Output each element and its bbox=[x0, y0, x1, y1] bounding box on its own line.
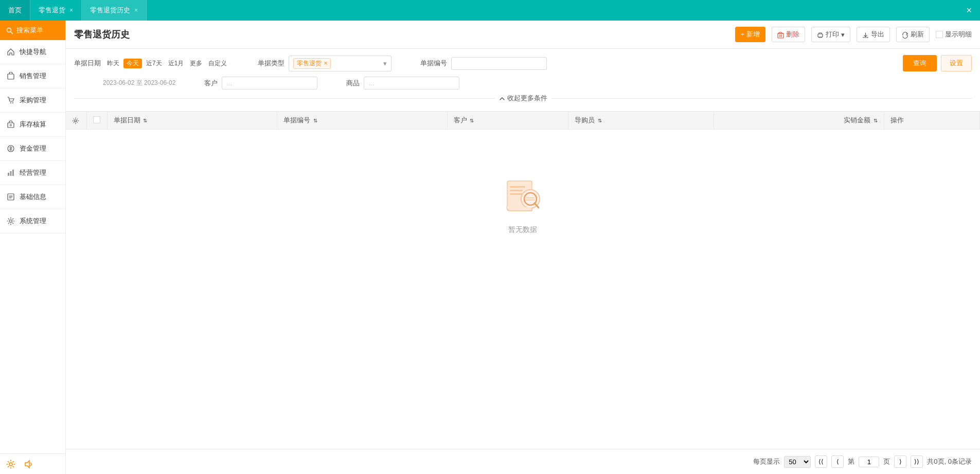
sidebar-search-label: 搜索菜单 bbox=[16, 26, 43, 35]
date-sort-icon[interactable]: ⇅ bbox=[143, 118, 147, 123]
page-input[interactable] bbox=[859, 457, 879, 467]
export-button-label: 导出 bbox=[871, 30, 884, 39]
pagination: 每页显示 50 100 200 ⟨⟨ ⟨ 第 页 ⟩ ⟩⟩ 共0页, 0条记录 bbox=[66, 449, 980, 474]
per-page-label: 每页显示 bbox=[753, 457, 780, 466]
sidebar-item-system[interactable]: 系统管理 bbox=[0, 209, 65, 233]
inventory-icon bbox=[6, 120, 15, 129]
print-icon bbox=[817, 30, 824, 38]
col-number-header[interactable]: 单据编号 ⇅ bbox=[277, 112, 448, 130]
refresh-button-label: 刷新 bbox=[911, 30, 924, 39]
svg-rect-9 bbox=[10, 171, 12, 176]
settings-button[interactable]: 设置 bbox=[941, 55, 972, 71]
sidebar-item-inventory[interactable]: 库存核算 bbox=[0, 113, 65, 137]
tab-home[interactable]: 首页 bbox=[0, 0, 30, 21]
show-detail-label: 显示明细 bbox=[945, 30, 972, 39]
sidebar-item-operation[interactable]: 经营管理 bbox=[0, 161, 65, 185]
separator-right bbox=[551, 98, 972, 99]
guide-sort-icon[interactable]: ⇅ bbox=[598, 118, 602, 123]
svg-marker-14 bbox=[25, 461, 29, 468]
col-guide-header[interactable]: 导购员 ⇅ bbox=[568, 112, 714, 130]
filter-row-1: 单据日期 昨天 今天 近7天 近1月 更多 自定义 单据类型 bbox=[74, 55, 972, 71]
sidebar-system-label: 系统管理 bbox=[20, 216, 46, 226]
tab-retail-return-history[interactable]: 零售退货历史 × bbox=[82, 0, 147, 21]
date-opt-1month[interactable]: 近1月 bbox=[166, 59, 186, 68]
table-settings-icon[interactable] bbox=[72, 116, 79, 124]
col-customer-header[interactable]: 客户 ⇅ bbox=[447, 112, 568, 130]
table-checkbox-header[interactable] bbox=[86, 112, 107, 130]
number-sort-icon[interactable]: ⇅ bbox=[313, 118, 317, 123]
tab-retail-return[interactable]: 零售退货 × bbox=[30, 0, 82, 21]
sidebar: 搜索菜单 快捷导航 销售管理 bbox=[0, 21, 66, 474]
settings-icon[interactable] bbox=[6, 459, 15, 469]
collapse-up-icon bbox=[499, 95, 505, 102]
amount-sort-icon[interactable]: ⇅ bbox=[874, 118, 878, 123]
basic-icon bbox=[6, 192, 15, 202]
header-actions: + 新增 删除 bbox=[735, 27, 972, 42]
sales-icon bbox=[6, 71, 15, 81]
main-layout: 搜索菜单 快捷导航 销售管理 bbox=[0, 21, 980, 474]
delete-icon bbox=[777, 30, 784, 38]
sidebar-item-finance[interactable]: 资金管理 bbox=[0, 137, 65, 161]
print-button-label: 打印 bbox=[826, 30, 839, 39]
first-page-button[interactable]: ⟨⟨ bbox=[815, 455, 827, 468]
tab-retail-return-close[interactable]: × bbox=[69, 7, 73, 14]
type-selector[interactable]: 零售退货 × ▾ bbox=[289, 56, 391, 71]
customer-filter-label: 客户 bbox=[204, 79, 218, 88]
empty-illustration bbox=[500, 171, 546, 217]
show-detail-checkbox[interactable] bbox=[936, 31, 943, 38]
date-opt-custom[interactable]: 自定义 bbox=[206, 59, 229, 68]
finance-icon bbox=[6, 144, 15, 153]
add-button[interactable]: + 新增 bbox=[735, 27, 765, 42]
data-table: 单据日期 ⇅ 单据编号 ⇅ 客户 ⇅ 导购员 ⇅ bbox=[66, 112, 980, 276]
col-customer-label: 客户 bbox=[454, 116, 467, 124]
collapse-row: 收起更多条件 bbox=[74, 92, 972, 105]
goods-input[interactable] bbox=[364, 77, 459, 89]
sidebar-item-quick-nav[interactable]: 快捷导航 bbox=[0, 40, 65, 64]
type-tag-close[interactable]: × bbox=[324, 60, 327, 67]
delete-button[interactable]: 删除 bbox=[772, 27, 805, 42]
sidebar-finance-label: 资金管理 bbox=[20, 144, 46, 153]
delete-button-label: 删除 bbox=[786, 30, 799, 39]
sidebar-bottom bbox=[0, 453, 65, 474]
prev-page-button[interactable]: ⟨ bbox=[831, 455, 844, 468]
system-icon bbox=[6, 216, 15, 226]
sidebar-item-sales[interactable]: 销售管理 bbox=[0, 64, 65, 88]
date-opt-more[interactable]: 更多 bbox=[188, 59, 204, 68]
last-page-button[interactable]: ⟩⟩ bbox=[911, 455, 923, 468]
tab-retail-return-history-close[interactable]: × bbox=[134, 7, 138, 14]
query-button[interactable]: 查询 bbox=[903, 55, 937, 71]
col-amount-header[interactable]: 实销金额 ⇅ bbox=[714, 112, 884, 130]
select-all-checkbox[interactable] bbox=[93, 116, 100, 123]
sidebar-search[interactable]: 搜索菜单 bbox=[0, 21, 65, 40]
type-tag: 零售退货 × bbox=[293, 58, 331, 69]
svg-rect-8 bbox=[8, 173, 9, 176]
customer-input[interactable] bbox=[222, 77, 317, 89]
tab-retail-return-label: 零售退货 bbox=[39, 6, 65, 15]
date-opt-today[interactable]: 今天 bbox=[123, 59, 142, 68]
table-settings-header[interactable] bbox=[66, 112, 86, 130]
sidebar-purchase-label: 采购管理 bbox=[20, 96, 46, 105]
sidebar-item-purchase[interactable]: 采购管理 bbox=[0, 88, 65, 113]
sidebar-item-basic-info[interactable]: 基础信息 bbox=[0, 185, 65, 209]
next-page-button[interactable]: ⟩ bbox=[894, 455, 906, 468]
date-opt-7days[interactable]: 近7天 bbox=[144, 59, 164, 68]
date-filter-label: 单据日期 bbox=[74, 59, 101, 68]
purchase-icon bbox=[6, 96, 15, 105]
export-button[interactable]: 导出 bbox=[857, 27, 890, 42]
print-dropdown-icon: ▾ bbox=[841, 31, 845, 39]
customer-sort-icon[interactable]: ⇅ bbox=[470, 118, 474, 123]
date-opt-yesterday[interactable]: 昨天 bbox=[105, 59, 121, 68]
volume-icon[interactable] bbox=[24, 459, 33, 469]
window-close-button[interactable]: × bbox=[958, 0, 980, 21]
type-filter: 单据类型 零售退货 × ▾ bbox=[258, 56, 391, 71]
per-page-select[interactable]: 50 100 200 bbox=[784, 456, 811, 468]
refresh-icon bbox=[902, 30, 908, 38]
refresh-button[interactable]: 刷新 bbox=[896, 27, 930, 42]
svg-point-3 bbox=[10, 102, 11, 103]
collapse-button[interactable]: 收起更多条件 bbox=[499, 92, 547, 105]
type-tag-label: 零售退货 bbox=[297, 59, 322, 68]
print-button[interactable]: 打印 ▾ bbox=[811, 27, 850, 42]
number-input[interactable] bbox=[451, 57, 547, 70]
col-date-header[interactable]: 单据日期 ⇅ bbox=[107, 112, 277, 130]
show-detail-option[interactable]: 显示明细 bbox=[936, 30, 972, 39]
